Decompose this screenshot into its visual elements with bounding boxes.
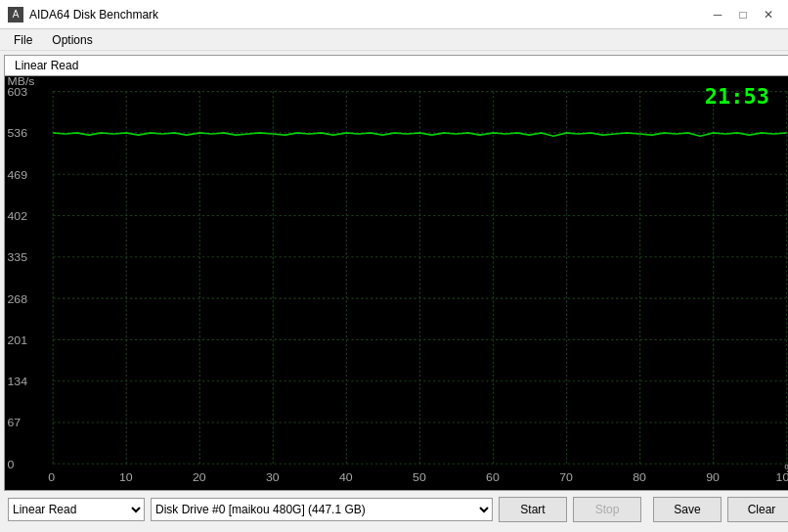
svg-text:50: 50	[413, 471, 426, 483]
svg-text:0: 0	[7, 458, 14, 469]
chart-tab[interactable]: Linear Read	[4, 55, 788, 75]
svg-text:0: 0	[48, 471, 55, 483]
svg-text:MB/s: MB/s	[7, 76, 34, 87]
svg-text:60: 60	[486, 471, 500, 483]
chart-svg: 603 536 469 402 335 268 201 134 67 0 MB/…	[5, 76, 788, 490]
save-button[interactable]: Save	[653, 497, 722, 522]
svg-text:201: 201	[7, 333, 27, 345]
menu-bar: File Options	[0, 29, 788, 51]
svg-text:536: 536	[7, 127, 27, 139]
svg-text:603: 603	[7, 86, 27, 98]
disk-select[interactable]: Disk Drive #0 [maikou 480G] (447.1 GB)	[151, 498, 493, 521]
clear-button[interactable]: Clear	[727, 497, 788, 522]
chart-inner: 21:53 603 536 469 402 335 268 201 134 67…	[5, 76, 788, 490]
chart-time: 21:53	[705, 84, 769, 109]
svg-text:402: 402	[7, 209, 27, 221]
svg-text:134: 134	[7, 376, 27, 387]
svg-text:335: 335	[7, 251, 27, 263]
maximize-button[interactable]: □	[731, 5, 755, 24]
svg-text:70: 70	[559, 471, 573, 483]
svg-text:%: %	[784, 463, 788, 474]
title-controls: ─ □ ✕	[706, 5, 780, 24]
svg-text:469: 469	[7, 168, 27, 180]
svg-text:40: 40	[339, 471, 353, 483]
main-content: Linear Read 21:53 603 536 469 402 335 26…	[0, 51, 788, 532]
svg-text:10: 10	[119, 471, 133, 483]
app-icon: A	[8, 7, 23, 22]
bottom-controls: Linear Read Linear Write Random Read Ran…	[4, 491, 788, 528]
start-button[interactable]: Start	[499, 497, 567, 522]
menu-file[interactable]: File	[6, 31, 40, 49]
svg-text:80: 80	[633, 471, 646, 483]
svg-text:268: 268	[7, 292, 27, 304]
chart-container: 21:53 603 536 469 402 335 268 201 134 67…	[4, 75, 788, 491]
svg-text:90: 90	[706, 471, 720, 483]
title-bar-left: A AIDA64 Disk Benchmark	[8, 7, 158, 22]
test-select[interactable]: Linear Read Linear Write Random Read Ran…	[8, 498, 145, 521]
title-text: AIDA64 Disk Benchmark	[29, 8, 158, 22]
stop-button[interactable]: Stop	[573, 497, 641, 522]
title-bar: A AIDA64 Disk Benchmark ─ □ ✕	[0, 0, 788, 29]
svg-text:30: 30	[266, 471, 280, 483]
menu-options[interactable]: Options	[44, 31, 100, 49]
svg-text:67: 67	[7, 417, 21, 428]
close-button[interactable]: ✕	[757, 5, 780, 24]
chart-area: Linear Read 21:53 603 536 469 402 335 26…	[0, 51, 788, 532]
minimize-button[interactable]: ─	[706, 5, 729, 24]
svg-text:20: 20	[193, 471, 206, 483]
